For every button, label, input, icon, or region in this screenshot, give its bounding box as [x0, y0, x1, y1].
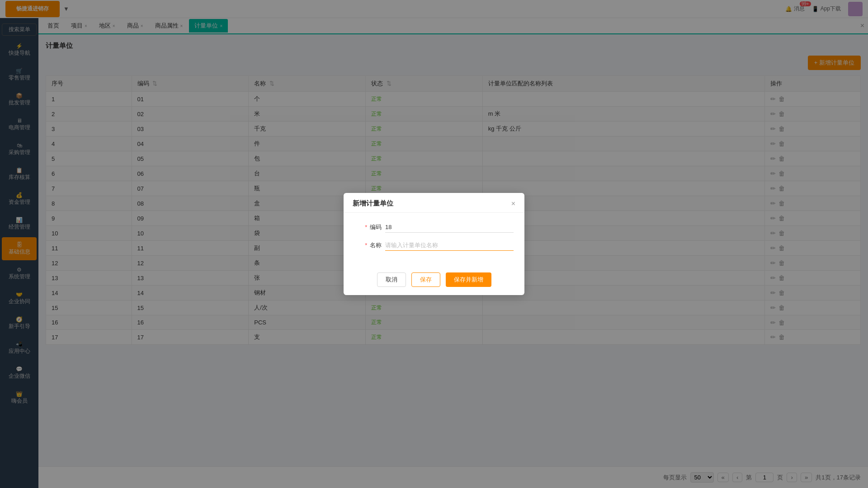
name-label: * 名称 — [354, 241, 382, 249]
save-button[interactable]: 保存 — [411, 272, 440, 287]
modal-title: 新增计量单位 — [353, 199, 393, 208]
save-and-new-button[interactable]: 保存并新增 — [446, 272, 491, 287]
cancel-button[interactable]: 取消 — [377, 272, 406, 287]
modal-close-btn[interactable]: × — [511, 200, 515, 208]
modal-footer: 取消 保存 保存并新增 — [344, 267, 524, 295]
code-input[interactable] — [385, 222, 514, 233]
modal-header: 新增计量单位 × — [344, 193, 524, 213]
modal-body: * 编码 * 名称 — [344, 213, 524, 267]
modal-overlay[interactable]: 新增计量单位 × * 编码 * 名称 取消 保存 保存并新增 — [0, 0, 868, 488]
add-unit-modal: 新增计量单位 × * 编码 * 名称 取消 保存 保存并新增 — [344, 193, 524, 295]
code-form-row: * 编码 — [354, 222, 514, 233]
name-form-row: * 名称 — [354, 240, 514, 251]
code-label: * 编码 — [354, 223, 382, 231]
name-input[interactable] — [385, 240, 514, 251]
